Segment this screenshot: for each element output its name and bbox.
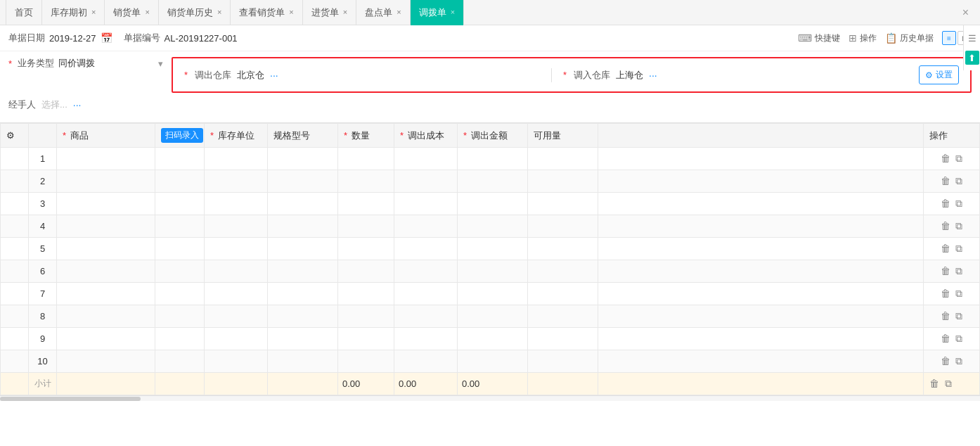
subtotal-delete-icon[interactable]: 🗑 [929,378,939,389]
tab-inventory-init[interactable]: 库存期初 × [42,0,105,25]
row-copy-icon[interactable]: ⧉ [955,175,962,186]
tab-purchase-order-close[interactable]: × [343,8,347,16]
tab-sales-history-close[interactable]: × [217,8,221,16]
tab-inventory-check[interactable]: 盘点单 × [356,0,410,25]
tab-inventory-init-close[interactable]: × [91,8,96,16]
shortcuts-action[interactable]: ⌨ 快捷键 [798,32,840,44]
row-qty-cell[interactable] [338,305,394,328]
row-goods-cell[interactable] [57,238,155,260]
row-spec-cell[interactable] [268,260,338,283]
layout-single-icon[interactable]: ≡ [942,31,956,45]
row-cost-cell[interactable] [394,350,458,373]
tab-transfer-order-close[interactable]: × [451,8,455,16]
sidebar-expand-icon[interactable]: ⬆ [965,51,979,65]
table-settings-icon[interactable]: ⚙ [6,130,15,141]
scroll-thumb[interactable] [0,397,141,401]
history-action[interactable]: 📋 历史单据 [885,32,934,44]
business-type-arrow[interactable]: ▾ [158,58,163,69]
row-copy-icon[interactable]: ⧉ [955,355,962,367]
row-goods-cell[interactable] [57,260,155,283]
row-qty-cell[interactable] [338,260,394,283]
row-delete-icon[interactable]: 🗑 [941,333,950,344]
row-amount-cell[interactable] [458,283,528,305]
tab-sales-history[interactable]: 销货单历史 × [159,0,231,25]
scan-button[interactable]: 扫码录入 [161,128,203,143]
row-goods-cell[interactable] [57,170,155,193]
row-cost-cell[interactable] [394,238,458,260]
row-unit-cell[interactable] [205,170,268,193]
row-amount-cell[interactable] [458,328,528,350]
row-cost-cell[interactable] [394,305,458,328]
row-qty-cell[interactable] [338,215,394,238]
row-copy-icon[interactable]: ⧉ [955,198,962,209]
row-spec-cell[interactable] [268,238,338,260]
row-qty-cell[interactable] [338,328,394,350]
row-unit-cell[interactable] [205,328,268,350]
row-qty-cell[interactable] [338,193,394,215]
row-delete-icon[interactable]: 🗑 [941,198,950,209]
row-goods-cell[interactable] [57,193,155,215]
row-copy-icon[interactable]: ⧉ [955,265,962,276]
row-copy-icon[interactable]: ⧉ [955,153,962,164]
row-unit-cell[interactable] [205,260,268,283]
row-cost-cell[interactable] [394,193,458,215]
row-copy-icon[interactable]: ⧉ [955,310,962,321]
calendar-icon[interactable]: 📅 [101,32,112,44]
row-spec-cell[interactable] [268,350,338,373]
tab-sales-order-close[interactable]: × [145,8,149,16]
row-goods-cell[interactable] [57,283,155,305]
row-amount-cell[interactable] [458,170,528,193]
row-unit-cell[interactable] [205,148,268,170]
row-delete-icon[interactable]: 🗑 [941,355,950,367]
row-spec-cell[interactable] [268,193,338,215]
date-value[interactable]: 2019-12-27 [49,33,96,44]
tab-home[interactable]: 首页 [6,0,42,25]
row-delete-icon[interactable]: 🗑 [941,265,950,276]
row-spec-cell[interactable] [268,283,338,305]
row-goods-cell[interactable] [57,328,155,350]
row-qty-cell[interactable] [338,283,394,305]
operations-action[interactable]: ⊞ 操作 [849,32,877,44]
row-spec-cell[interactable] [268,215,338,238]
row-delete-icon[interactable]: 🗑 [941,220,950,231]
row-amount-cell[interactable] [458,260,528,283]
row-goods-cell[interactable] [57,215,155,238]
in-warehouse-value[interactable]: 上海仓 [616,69,643,82]
row-cost-cell[interactable] [394,260,458,283]
row-spec-cell[interactable] [268,305,338,328]
subtotal-copy-icon[interactable]: ⧉ [945,378,952,389]
row-qty-cell[interactable] [338,170,394,193]
in-warehouse-more[interactable]: ··· [649,70,657,81]
col-settings-header[interactable]: ⚙ [1,124,29,148]
row-delete-icon[interactable]: 🗑 [941,175,950,186]
row-copy-icon[interactable]: ⧉ [955,333,962,344]
tab-sales-order[interactable]: 销货单 × [105,0,158,25]
row-goods-cell[interactable] [57,350,155,373]
tab-inventory-check-close[interactable]: × [396,8,401,16]
row-delete-icon[interactable]: 🗑 [941,310,950,321]
close-window-button[interactable]: × [957,6,974,19]
row-copy-icon[interactable]: ⧉ [955,288,962,299]
row-unit-cell[interactable] [205,305,268,328]
row-delete-icon[interactable]: 🗑 [941,288,950,299]
row-cost-cell[interactable] [394,283,458,305]
row-cost-cell[interactable] [394,215,458,238]
row-amount-cell[interactable] [458,305,528,328]
row-goods-cell[interactable] [57,148,155,170]
row-unit-cell[interactable] [205,215,268,238]
row-copy-icon[interactable]: ⧉ [955,243,962,254]
out-warehouse-value[interactable]: 北京仓 [237,69,264,82]
handler-more[interactable]: ··· [73,99,82,110]
settings-button[interactable]: ⚙ 设置 [919,65,959,84]
handler-input[interactable]: 选择... [41,98,67,111]
row-goods-cell[interactable] [57,305,155,328]
row-copy-icon[interactable]: ⧉ [955,220,962,231]
tab-view-sales-close[interactable]: × [289,8,293,16]
row-cost-cell[interactable] [394,148,458,170]
row-amount-cell[interactable] [458,350,528,373]
row-qty-cell[interactable] [338,148,394,170]
row-unit-cell[interactable] [205,283,268,305]
row-qty-cell[interactable] [338,350,394,373]
row-amount-cell[interactable] [458,238,528,260]
row-cost-cell[interactable] [394,170,458,193]
